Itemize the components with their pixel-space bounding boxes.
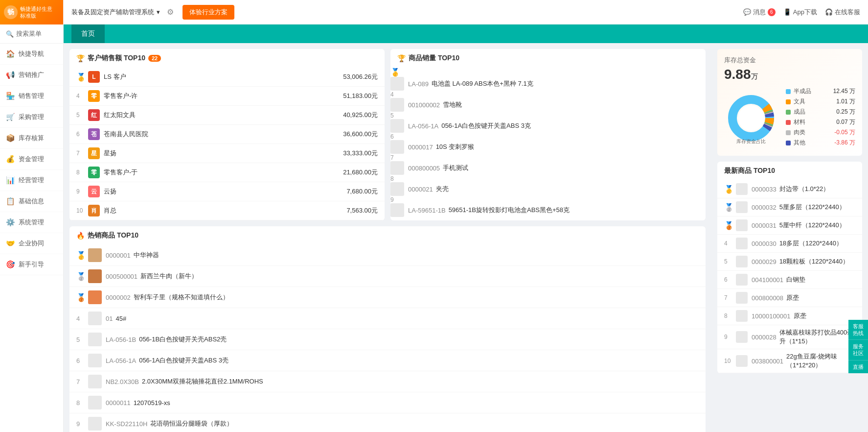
online-service-btn[interactable]: 🎧 在线客服 [825,8,860,17]
product-img [88,396,102,409]
main-wrap: 装备及固定资产辅助管理系统 ▾ ⚙ 体验行业方案 💬 消息 6 📱 App下载 … [64,0,868,432]
product-img [390,119,404,133]
newest-product-row: 🥉 0000031 5厘中纤（1220*2440） [717,216,862,235]
medal-icon: 🥇 [724,185,734,194]
product-img [736,201,748,213]
system-selector[interactable]: 装备及固定资产辅助管理系统 ▾ [71,8,160,17]
legend-item: 肉类 -0.05 万 [786,128,855,137]
product-name: 5厘多层（1220*2440） [779,203,855,212]
sidebar-item-collab[interactable]: 🤝 企业协同 [0,233,63,254]
sidebar-item-marketing[interactable]: 📢 营销推广 [0,65,63,86]
customer-name: LS 客户 [104,72,343,81]
trial-btn[interactable]: 体验行业方案 [183,5,234,20]
product-img [736,331,748,343]
product-name: 056-1A白色按键开关盖ABS 3克 [441,121,706,130]
product-img [390,182,404,196]
topbar: 装备及固定资产辅助管理系统 ▾ ⚙ 体验行业方案 💬 消息 6 📱 App下载 … [64,0,868,24]
search-menu[interactable]: 🔍 搜索菜单 [0,24,63,44]
hot-products-table: 🥇 0000001 中华神器 🥈 000500001 新西兰牛肉（新牛） 🥉 0… [69,245,706,432]
product-code: 001000002 [408,101,440,109]
product-code: 0000017 [408,144,433,151]
product-name: 体械嘉枝味苏打饮品400毫升（1*15） [779,328,855,346]
customer-amount: 51,183.00元 [343,92,378,100]
message-btn[interactable]: 💬 消息 6 [743,8,776,17]
sidebar-item-guide[interactable]: 🎯 新手引导 [0,254,63,275]
customer-amount: 36,600.00元 [343,130,378,139]
legend-dot [786,99,791,104]
top-customers-card: 🏆 客户销售额 TOP10 22 🥇 L LS 客户 53,006.26元 4 … [69,49,385,220]
sidebar-item-sales[interactable]: 🏪 销售管理 [0,86,63,107]
avatar: L [88,71,100,83]
product-code: 0000030 [752,240,777,247]
product-name: 18颗粒板（1220*2440） [779,257,855,266]
hot-products-card: 🔥 热销商品 TOP10 🥇 0000001 中华神器 🥈 000500001 … [69,226,706,432]
sidebar: 畅 畅捷通好生意 标准版 🔍 搜索菜单 🏠 快捷导航 📢 营销推广 🏪 销售管理… [0,0,64,432]
donut-label: 库存资金占比 [736,138,766,145]
product-name: 中华神器 [134,251,699,260]
sidebar-item-inventory[interactable]: 📦 库存核算 [0,128,63,149]
newest-product-row: 4 0000030 18多层（1220*2440） [717,235,862,253]
sidebar-item-purchase[interactable]: 🛒 采购管理 [0,107,63,128]
sidebar-item-system[interactable]: ⚙️ 系统管理 [0,212,63,233]
sidebar-item-quicknav[interactable]: 🏠 快捷导航 [0,44,63,65]
product-code: LA-056-1A [408,122,438,130]
product-img [736,238,748,249]
legend-dot [786,89,791,94]
top-product-sale-row: 9 LA-59651-1B 59651-1B旋转投影灯电池盒ABS黑色+58克 [390,196,706,217]
finance-icon: 💰 [6,155,15,164]
avatar: 云 [88,186,100,197]
fire-icon: 🔥 [76,232,85,240]
product-code: 000800005 [408,165,440,172]
avatar: 零 [88,90,100,102]
sidebar-item-basic-info[interactable]: 📋 基础信息 [0,191,63,212]
product-code: 000500001 [106,273,137,280]
app-download-btn[interactable]: 📱 App下载 [783,8,817,17]
top-customers-header: 🏆 客户销售额 TOP10 22 [69,49,385,68]
product-img [390,140,404,154]
newest-product-row: 8 10000100001 原垄 [717,307,862,325]
system-icon: ⚙️ [6,218,15,227]
hot-product-row: 7 NB2.0X30B 2.0X30MM双捶花轴捶花直径2.1MM/ROHS [69,371,706,392]
product-img [88,375,102,388]
inventory-total-label: 库存总资金 [724,56,855,65]
legend-name: 半成品 [794,87,833,96]
product-code: 10000100001 [752,312,791,320]
product-code: 0000021 [408,186,433,193]
product-name: 封边带（1.0*22） [779,185,855,193]
basic-info-icon: 📋 [6,197,15,206]
mobile-icon: 📱 [783,8,791,16]
product-name: 22g鱼豆腐-烧烤味（1*12*20） [786,352,855,370]
newest-product-row: 10 003800001 22g鱼豆腐-烧烤味（1*12*20） [717,349,862,373]
float-btn[interactable]: 客服热线 [848,320,868,340]
top-customer-row: 10 肖 肖总 7,563.00元 [69,201,385,220]
top-customer-row: 🥇 L LS 客户 53,006.26元 [69,68,385,87]
inventory-chart-area: 库存资金占比 半成品 12.45 万 文具 1.01 万 成品 0.25 万 材… [724,87,855,149]
product-img [88,417,102,431]
top-product-sale-row: 7 000800005 手机测试 [390,154,706,175]
top-product-sale-row: 4 001000002 雪地靴 [390,91,706,112]
legend-dot [786,141,791,145]
legend-name: 文具 [794,97,836,106]
product-name: 手机测试 [443,164,706,172]
newest-product-row: 7 000800008 原垄 [717,289,862,307]
newest-product-row: 🥈 0000032 5厘多层（1220*2440） [717,198,862,216]
settings-icon[interactable]: ⚙ [167,7,174,17]
product-name: 10S 变刺罗猴 [436,143,706,151]
sidebar-item-operations[interactable]: 📊 经营管理 [0,170,63,191]
legend-name: 成品 [794,108,836,116]
medal-icon: 🥉 [724,221,734,230]
hot-product-row: 8 0000011 12070519-xs [69,392,706,413]
product-code: 0000001 [106,252,131,259]
top-product-sale-row: 6 0000017 10S 变刺罗猴 [390,133,706,154]
product-code: KK-SD22110H [106,420,147,428]
product-name: 原垄 [786,293,855,302]
newest-product-row: 🥇 0000033 封边带（1.0*22） [717,180,862,198]
float-btn[interactable]: 直播 [848,360,868,373]
sidebar-item-finance[interactable]: 💰 资金管理 [0,149,63,170]
top-customers-table: 🥇 L LS 客户 53,006.26元 4 零 零售客户-许 51,183.0… [69,68,385,220]
inventory-legend: 半成品 12.45 万 文具 1.01 万 成品 0.25 万 材料 0.07 … [786,87,855,149]
legend-item: 半成品 12.45 万 [786,87,855,96]
hot-product-row: 4 01 45# [69,308,706,329]
tab-home[interactable]: 首页 [71,24,105,43]
float-btn[interactable]: 服务社区 [848,340,868,360]
